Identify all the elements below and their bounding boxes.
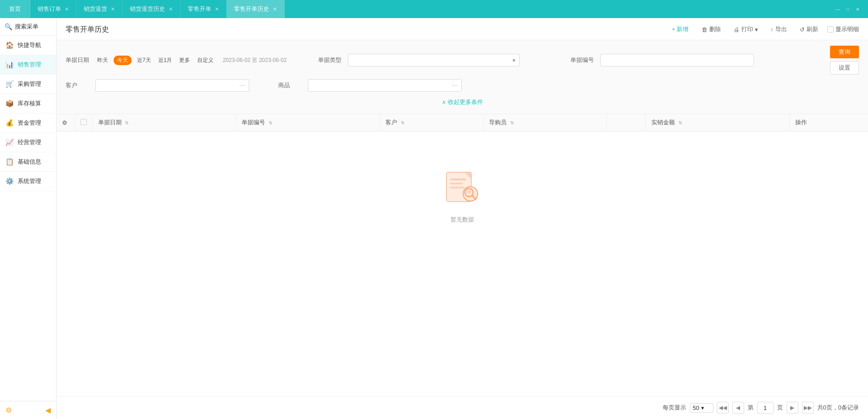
th-guide[interactable]: 导购员 ⇅ xyxy=(484,114,607,132)
doc-no-input-group xyxy=(600,54,754,66)
table-gear-icon[interactable]: ⚙ xyxy=(62,119,67,126)
tab-sales-order[interactable]: 销售订单 ✕ xyxy=(30,0,76,18)
first-page-icon: ◀◀ xyxy=(719,405,727,411)
th-customer-label: 客户 xyxy=(385,119,397,126)
sidebar-menu: 🏠 快捷导航 📊 销售管理 🛒 采购管理 📦 库存核算 💰 资金管理 📈 xyxy=(0,36,56,401)
tab-home[interactable]: 首页 xyxy=(0,0,30,18)
tab-retail-open-close[interactable]: ✕ xyxy=(215,6,219,12)
tab-retail-open-history[interactable]: 零售开单历史 ✕ xyxy=(227,0,285,18)
per-page-arrow: ▾ xyxy=(701,405,704,411)
tab-retail-open-history-close[interactable]: ✕ xyxy=(273,6,277,12)
basic-info-icon: 📋 xyxy=(5,158,14,166)
th-guide-label: 导购员 xyxy=(489,119,507,126)
show-detail-label: 显示明细 xyxy=(835,25,859,33)
per-page-select[interactable]: 50 ▾ xyxy=(690,403,713,413)
sidebar-item-inventory[interactable]: 📦 库存核算 xyxy=(0,94,56,113)
quick-nav-icon: 🏠 xyxy=(5,41,14,49)
doc-no-input[interactable] xyxy=(604,57,750,64)
tab-sales-order-label: 销售订单 xyxy=(38,5,61,13)
sidebar-item-finance-label: 资金管理 xyxy=(18,119,41,127)
date-more[interactable]: 更多 xyxy=(177,56,192,65)
sidebar-item-inventory-label: 库存核算 xyxy=(18,99,41,108)
add-button[interactable]: + 新增 xyxy=(668,24,692,35)
tab-sales-return[interactable]: 销货退货 ✕ xyxy=(76,0,123,18)
date-last7[interactable]: 近7天 xyxy=(135,56,153,65)
sidebar-item-quick-nav[interactable]: 🏠 快捷导航 xyxy=(0,36,56,55)
minimize-button[interactable]: — xyxy=(835,6,841,12)
date-last-month[interactable]: 近1月 xyxy=(157,56,174,65)
customer-input[interactable] xyxy=(100,82,239,89)
page-label: 第 xyxy=(748,404,754,412)
settings-button[interactable]: 设置 xyxy=(830,61,859,75)
goods-dots[interactable]: ··· xyxy=(451,81,457,89)
date-yesterday[interactable]: 昨天 xyxy=(95,56,110,65)
first-page-button[interactable]: ◀◀ xyxy=(717,402,729,414)
query-button[interactable]: 查询 xyxy=(830,46,859,58)
svg-rect-2 xyxy=(450,179,466,180)
table-body: 暂无数据 xyxy=(57,132,868,260)
page-title: 零售开单历史 xyxy=(66,25,109,34)
goods-input[interactable] xyxy=(312,82,452,89)
guide-sort-icon: ⇅ xyxy=(510,120,514,125)
sidebar-item-sales-mgmt[interactable]: 📊 销售管理 xyxy=(0,55,56,75)
sidebar-item-system[interactable]: ⚙️ 系统管理 xyxy=(0,172,56,191)
prev-page-button[interactable]: ◀ xyxy=(732,402,744,414)
th-date[interactable]: 单据日期 ⇅ xyxy=(92,114,236,132)
th-number[interactable]: 单据编号 ⇅ xyxy=(236,114,380,132)
last-page-button[interactable]: ▶▶ xyxy=(802,402,814,414)
delete-button-label: 删除 xyxy=(709,25,721,33)
pagination: 每页显示 50 ▾ ◀◀ ◀ 第 1 页 ▶ ▶▶ 共0页，0条记录 xyxy=(57,396,868,419)
doc-type-arrow: ▾ xyxy=(512,57,516,64)
th-action-label: 操作 xyxy=(795,119,807,126)
sidebar-search-label: 搜索采单 xyxy=(15,23,38,31)
sidebar-item-basic-info[interactable]: 📋 基础信息 xyxy=(0,152,56,172)
sidebar-settings-icon[interactable]: ⚙ xyxy=(5,406,12,414)
customer-dots[interactable]: ··· xyxy=(239,81,245,89)
date-custom[interactable]: 自定义 xyxy=(195,56,215,65)
date-today[interactable]: 今天 xyxy=(114,56,132,65)
system-icon: ⚙️ xyxy=(5,177,14,185)
query-buttons: 查询 设置 xyxy=(830,46,859,75)
show-detail-checkbox[interactable] xyxy=(827,26,834,33)
sidebar-collapse-icon[interactable]: ◀ xyxy=(45,406,51,414)
tab-sales-return-history[interactable]: 销货退货历史 ✕ xyxy=(123,0,180,18)
search-icon: 🔍 xyxy=(5,23,12,30)
maximize-button[interactable]: □ xyxy=(844,6,851,12)
print-button[interactable]: 🖨 打印 ▾ xyxy=(730,24,762,35)
refresh-button[interactable]: ↺ 刷新 xyxy=(796,24,822,35)
th-amount[interactable]: 实销金额 ⇅ xyxy=(646,114,790,132)
operations-icon: 📈 xyxy=(5,138,14,146)
collapse-more-button[interactable]: ∧ 收起更多条件 xyxy=(442,96,483,108)
doc-type-select[interactable]: ▾ xyxy=(348,54,520,66)
tab-sales-return-history-close[interactable]: ✕ xyxy=(169,6,173,12)
sidebar-item-purchase-mgmt[interactable]: 🛒 采购管理 xyxy=(0,75,56,94)
sidebar-item-basic-info-label: 基础信息 xyxy=(18,158,41,166)
tab-sales-order-close[interactable]: ✕ xyxy=(65,6,69,12)
date-shortcuts: 昨天 今天 近7天 近1月 更多 自定义 xyxy=(95,56,215,65)
add-button-label: + 新增 xyxy=(672,25,688,33)
sidebar-search[interactable]: 🔍 搜索采单 xyxy=(0,18,56,36)
content-area: 零售开单历史 + 新增 🗑 删除 🖨 打印 ▾ ↑ 导出 xyxy=(57,18,868,419)
page-number-input[interactable]: 1 xyxy=(757,402,773,414)
next-page-button[interactable]: ▶ xyxy=(787,402,798,414)
export-button[interactable]: ↑ 导出 xyxy=(767,24,791,35)
per-page-label: 每页显示 xyxy=(663,404,686,412)
sidebar-item-finance[interactable]: 💰 资金管理 xyxy=(0,113,56,133)
tab-retail-open-history-label: 零售开单历史 xyxy=(234,5,269,13)
customer-label: 客户 xyxy=(66,81,91,89)
date-range-display: 2023-06-02 至 2023-06-02 xyxy=(223,56,286,64)
prev-page-icon: ◀ xyxy=(736,405,740,411)
tab-retail-open[interactable]: 零售开单 ✕ xyxy=(180,0,227,18)
close-button[interactable]: ✕ xyxy=(854,6,861,12)
tab-sales-return-close[interactable]: ✕ xyxy=(111,6,115,12)
tab-sales-return-label: 销货退货 xyxy=(84,5,107,13)
delete-button[interactable]: 🗑 删除 xyxy=(698,24,725,35)
sidebar-item-operations[interactable]: 📈 经营管理 xyxy=(0,133,56,152)
show-detail-toggle[interactable]: 显示明细 xyxy=(827,25,859,33)
select-all-checkbox[interactable] xyxy=(81,119,87,125)
date-sort-icon: ⇅ xyxy=(125,120,128,125)
sidebar: 🔍 搜索采单 🏠 快捷导航 📊 销售管理 🛒 采购管理 📦 库存核算 💰 xyxy=(0,18,57,419)
table-area: ⚙ 单据日期 ⇅ 单据编号 ⇅ xyxy=(57,114,868,396)
th-customer[interactable]: 客户 ⇅ xyxy=(380,114,484,132)
sidebar-bottom: ⚙ ◀ xyxy=(0,401,56,419)
